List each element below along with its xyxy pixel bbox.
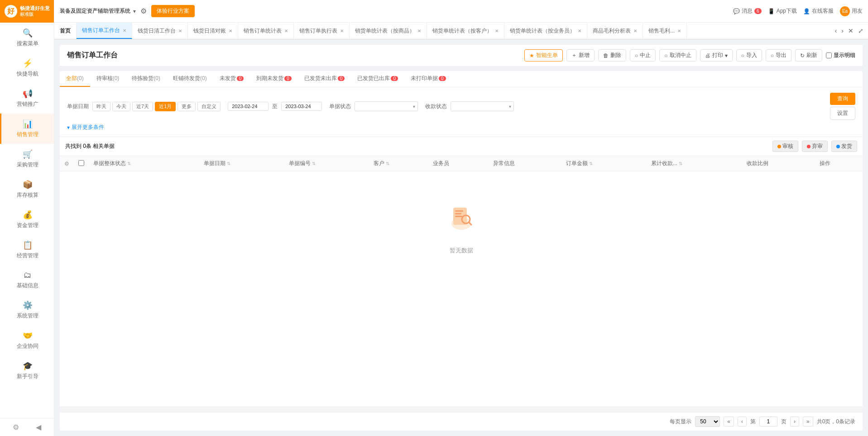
filter-tab-wangpu-ship[interactable]: 旺铺待发货(0) (167, 71, 213, 87)
horizontal-scrollbar[interactable] (60, 407, 863, 412)
sidebar-item-marketing[interactable]: 📢 营销推广 (0, 83, 54, 114)
tab-nav-next[interactable]: › (839, 26, 845, 35)
tab-sales-stat[interactable]: 销售订单统计表 ✕ (238, 23, 294, 39)
filter-tab-shipped-out[interactable]: 已发货已出库0 (351, 71, 404, 87)
message-item[interactable]: 💬 消息 6 (733, 7, 762, 15)
tab-sales-summary-staff[interactable]: 销货单统计表（按业务员） ✕ (504, 23, 587, 39)
sort-amount[interactable]: 订单金额 ⇅ (566, 160, 642, 167)
date-btn-7days[interactable]: 近7天 (132, 102, 153, 111)
show-detail-label[interactable]: 显示明细 (826, 52, 855, 59)
tab-cash-reconcile[interactable]: 钱货日清对账 ✕ (188, 23, 238, 39)
filter-tab-pending-review[interactable]: 待审核(0) (90, 71, 126, 87)
tab-sales-summary-customer[interactable]: 销货单统计表（按客户） ✕ (427, 23, 504, 39)
delete-button[interactable]: 🗑 删除 (598, 49, 626, 62)
date-from-input[interactable] (228, 102, 269, 111)
sort-abnormal[interactable]: 异常信息 (493, 160, 557, 167)
settings-bottom-icon[interactable]: ⚙ (13, 423, 19, 431)
filter-tab-unprinted[interactable]: 未打印单据0 (404, 71, 452, 87)
tab-cash-daily-close[interactable]: ✕ (178, 28, 182, 33)
expand-button[interactable]: ▾ 展开更多条件 (67, 123, 855, 131)
tab-cash-daily[interactable]: 钱货日清工作台 ✕ (132, 23, 188, 39)
tab-sales-stat-close[interactable]: ✕ (284, 28, 288, 33)
sidebar-item-sales[interactable]: 📊 销售管理 (0, 114, 54, 144)
select-all-checkbox[interactable] (78, 160, 84, 166)
sidebar-item-quicknav[interactable]: ⚡ 快捷导航 (0, 53, 54, 83)
tab-sales-exec[interactable]: 销售订单执行表 ✕ (294, 23, 350, 39)
collapse-icon[interactable]: ◀ (36, 423, 41, 431)
smart-create-button[interactable]: ★ 智能生单 (524, 49, 563, 62)
sort-number[interactable]: 单据编号 ⇅ (289, 160, 365, 167)
tab-sales-summary-customer-close[interactable]: ✕ (495, 28, 499, 33)
tab-close-all[interactable]: ✕ (846, 26, 855, 35)
sidebar-item-search[interactable]: 🔍 搜索菜单 (0, 23, 54, 53)
ship-button[interactable]: 发货 (831, 141, 857, 152)
review-button[interactable]: 审核 (772, 141, 798, 152)
filter-tab-expired-unshipped[interactable]: 到期未发货0 (250, 71, 298, 87)
date-btn-1month[interactable]: 近1月 (155, 102, 176, 111)
tab-cash-reconcile-close[interactable]: ✕ (229, 28, 232, 33)
sort-collected[interactable]: 累计收款... ⇅ (651, 160, 738, 167)
import-button[interactable]: ○ 导入 (736, 49, 762, 62)
sidebar-item-basic[interactable]: 🗂 基础信息 (0, 265, 54, 295)
tab-margin[interactable]: 商品毛利分析表 ✕ (587, 23, 643, 39)
sidebar-item-cooperation[interactable]: 🤝 企业协同 (0, 325, 54, 355)
payment-select[interactable] (451, 101, 514, 111)
setting-button[interactable]: 设置 (830, 107, 855, 120)
sidebar-item-inventory[interactable]: 📦 库存核算 (0, 174, 54, 204)
print-button[interactable]: 🖨 打印 ▾ (700, 49, 733, 62)
export-button[interactable]: ○ 导出 (766, 49, 791, 62)
unreview-button[interactable]: 弃审 (802, 141, 828, 152)
sidebar-item-system[interactable]: ⚙️ 系统管理 (0, 295, 54, 325)
filter-tab-shipped-not-out[interactable]: 已发货未出库0 (298, 71, 351, 87)
filter-tab-unshipped[interactable]: 未发货0 (213, 71, 250, 87)
sort-status[interactable]: 单据整体状态 ⇅ (93, 160, 195, 167)
online-service-item[interactable]: 👤 在线客服 (803, 7, 834, 15)
sidebar-item-operations[interactable]: 📋 经营管理 (0, 235, 54, 265)
tab-sales-more-close[interactable]: ✕ (677, 28, 681, 33)
tab-margin-close[interactable]: ✕ (633, 28, 637, 33)
column-checkbox[interactable] (74, 156, 89, 171)
column-gear-icon[interactable]: ⚙ (64, 161, 69, 167)
topbar-dropdown-icon[interactable]: ▾ (133, 8, 136, 14)
tab-sales-summary-product[interactable]: 销货单统计表（按商品） ✕ (350, 23, 427, 39)
tab-nav-prev[interactable]: ‹ (833, 26, 839, 35)
last-page-btn[interactable]: » (803, 417, 813, 427)
prev-page-btn[interactable]: ‹ (738, 417, 747, 427)
refresh-button[interactable]: ↻ 刷新 (795, 49, 822, 62)
next-page-btn[interactable]: › (790, 417, 799, 427)
filter-tab-pending-inspect[interactable]: 待拣验货(0) (125, 71, 167, 87)
topbar-gear-icon[interactable]: ⚙ (140, 7, 147, 15)
sidebar-item-guide[interactable]: 🎓 新手引导 (0, 355, 54, 386)
column-settings[interactable]: ⚙ (60, 156, 74, 171)
date-btn-today[interactable]: 今天 (112, 102, 130, 111)
add-button[interactable]: ＋ 新增 (566, 49, 595, 62)
date-btn-yesterday[interactable]: 昨天 (92, 102, 110, 111)
tab-sales-summary-staff-close[interactable]: ✕ (578, 28, 581, 33)
tab-sales-workbench-close[interactable]: ✕ (123, 28, 126, 33)
tab-maximize[interactable]: ⤢ (856, 26, 865, 35)
trial-button[interactable]: 体验行业方案 (151, 5, 195, 17)
show-detail-checkbox[interactable] (826, 52, 832, 58)
sidebar-item-purchase[interactable]: 🛒 采购管理 (0, 144, 54, 174)
sort-staff[interactable]: 业务员 (433, 160, 484, 167)
per-page-select[interactable]: 50 100 200 (695, 416, 720, 427)
date-to-input[interactable] (281, 102, 322, 111)
date-btn-custom[interactable]: 自定义 (197, 102, 221, 111)
stop-button[interactable]: ○ 中止 (630, 49, 656, 62)
first-page-btn[interactable]: « (724, 417, 734, 427)
app-download-item[interactable]: 📱 App下载 (768, 7, 797, 15)
sort-customer[interactable]: 客户 ⇅ (374, 160, 424, 167)
user-item[interactable]: Ea 用友 (840, 6, 863, 16)
sidebar-item-finance[interactable]: 💰 资金管理 (0, 204, 54, 235)
filter-tab-all[interactable]: 全部(0) (60, 71, 90, 87)
tab-sales-workbench[interactable]: 销售订单工作台 ✕ (77, 23, 132, 39)
status-select[interactable] (355, 101, 418, 111)
tab-sales-summary-product-close[interactable]: ✕ (417, 28, 421, 33)
query-button[interactable]: 查询 (830, 93, 855, 105)
cancel-stop-button[interactable]: ○ 取消中止 (659, 49, 696, 62)
page-number-input[interactable] (759, 417, 777, 427)
sort-date[interactable]: 单据日期 ⇅ (204, 160, 280, 167)
date-btn-more[interactable]: 更多 (177, 102, 196, 111)
tab-sales-exec-close[interactable]: ✕ (340, 28, 344, 33)
tab-home[interactable]: 首页 (54, 23, 77, 39)
